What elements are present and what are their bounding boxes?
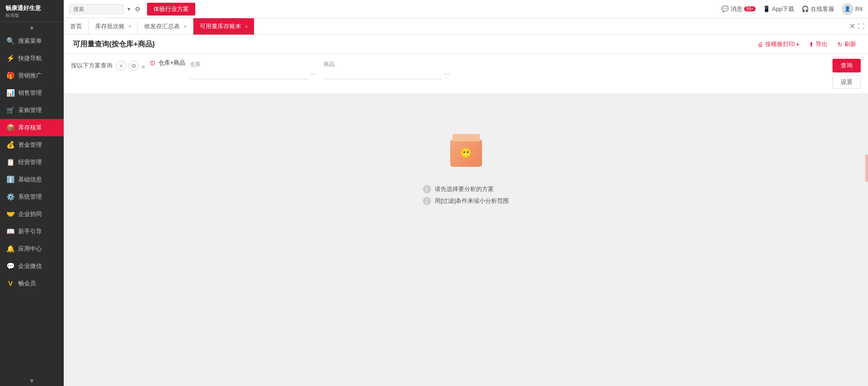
export-icon: ⬆ xyxy=(809,41,814,48)
phone-icon: 📱 xyxy=(763,5,770,12)
system-icon: ⚙️ xyxy=(6,193,15,201)
sidebar-scroll-up[interactable]: ▲ xyxy=(0,22,64,32)
message-button[interactable]: 💬 消息 99+ xyxy=(721,5,756,13)
sidebar-item-operations[interactable]: 📋 经营管理 xyxy=(0,154,64,171)
sidebar-item-app-center[interactable]: 🔔 应用中心 xyxy=(0,240,64,257)
tab-summary-label: 收发存汇总表 xyxy=(144,22,180,31)
tab-available-qty[interactable]: 可用量库存账本 × xyxy=(193,18,254,35)
empty-illustration: 😶 xyxy=(443,130,489,176)
refresh-icon: ↻ xyxy=(838,41,843,48)
sidebar-item-sales[interactable]: 📊 销售管理 xyxy=(0,84,64,102)
print-chevron-icon: ▾ xyxy=(797,42,799,47)
print-button[interactable]: 🖨 按模板打印 ▾ xyxy=(755,39,802,49)
finance-icon: 💰 xyxy=(6,141,15,149)
sidebar-scroll-down[interactable]: ▼ xyxy=(0,376,64,386)
export-button[interactable]: ⬆ 导出 xyxy=(806,39,830,49)
search-icon: 🔍 xyxy=(6,37,15,45)
trial-button[interactable]: 体验行业方案 xyxy=(147,3,195,15)
sales-icon: 📊 xyxy=(6,89,15,97)
sidebar-item-wechat[interactable]: 💬 企业微信 xyxy=(0,257,64,275)
sidebar: 畅康通好生意 标准版 ▲ 🔍 搜索菜单 ⚡ 快捷导航 🎁 营销推广 📊 销售管理… xyxy=(0,0,64,386)
hint-2-num: 2 xyxy=(423,197,431,205)
product-label: 商品 xyxy=(324,61,450,68)
app-title: 畅康通好生意 xyxy=(5,5,58,12)
empty-hint-2: 2 用[过滤]条件来缩小分析范围 xyxy=(423,197,509,205)
sidebar-item-search[interactable]: 🔍 搜索菜单 xyxy=(0,32,64,50)
tab-batch-close[interactable]: × xyxy=(128,24,131,29)
sidebar-item-purchase[interactable]: 🛒 采购管理 xyxy=(0,102,64,119)
sidebar-item-shortcuts[interactable]: ⚡ 快捷导航 xyxy=(0,50,64,67)
tab-summary[interactable]: 收发存汇总表 × xyxy=(138,18,193,35)
filter-scheme: ⊙ 仓库+商品 xyxy=(145,59,190,67)
print-icon: 🖨 xyxy=(757,41,763,48)
tab-home-label: 首页 xyxy=(70,22,82,31)
tabs-actions: ✕ ⛶ xyxy=(849,22,868,31)
empty-state: 😶 1 请先选择要分析的方案 2 用[过滤]条件来缩小分析范围 xyxy=(64,94,868,242)
basic-info-icon: ℹ️ xyxy=(6,175,15,184)
inventory-icon: 📦 xyxy=(6,124,15,132)
fullscreen-button[interactable]: ⛶ xyxy=(858,23,864,30)
topbar-right: 💬 消息 99+ 📱 App下载 🎧 在线客服 👤 Rit xyxy=(721,3,863,15)
topbar: ▾ ⚙ 体验行业方案 💬 消息 99+ 📱 App下载 🎧 在线客服 👤 Rit xyxy=(64,0,868,18)
filter-label: 按以下方案查询 xyxy=(71,59,112,70)
operations-icon: 📋 xyxy=(6,158,15,166)
page-content: 可用量查询(按仓库+商品) 🖨 按模板打印 ▾ ⬆ 导出 ↻ 刷新 按以下方案 xyxy=(64,35,868,386)
filter-field-product: 商品 ··· xyxy=(324,61,450,79)
product-more-icon[interactable]: ··· xyxy=(444,70,450,78)
sidebar-item-inventory[interactable]: 📦 库存核算 xyxy=(0,119,64,136)
app-subtitle: 标准版 xyxy=(5,12,58,19)
page-header-actions: 🖨 按模板打印 ▾ ⬆ 导出 ↻ 刷新 xyxy=(755,39,859,49)
warehouse-input-row: ··· xyxy=(190,69,316,79)
hint-1-text: 请先选择要分析的方案 xyxy=(435,185,494,193)
warehouse-input[interactable] xyxy=(190,69,308,79)
close-all-tabs-button[interactable]: ✕ xyxy=(849,22,855,31)
user-profile[interactable]: 👤 Rit xyxy=(842,3,863,15)
tab-summary-close[interactable]: × xyxy=(183,24,186,29)
filter-field-warehouse: 仓库 ··· xyxy=(190,61,316,79)
filter-add-button[interactable]: + xyxy=(116,61,126,71)
sidebar-item-member[interactable]: V 畅会员 xyxy=(0,275,64,292)
online-service-button[interactable]: 🎧 在线客服 xyxy=(802,5,834,13)
scheme-label: 仓库+商品 xyxy=(158,59,186,67)
shortcuts-icon: ⚡ xyxy=(6,54,15,62)
app-download-button[interactable]: 📱 App下载 xyxy=(763,5,794,13)
username-label: Rit xyxy=(855,5,863,12)
tab-batch-ledger[interactable]: 库存批次账 × xyxy=(89,18,138,35)
guide-icon: 📖 xyxy=(6,227,15,236)
app-center-icon: 🔔 xyxy=(6,245,15,253)
scheme-icon: ⊙ xyxy=(150,59,156,67)
settings-button[interactable]: 设置 xyxy=(832,75,861,89)
search-dropdown-icon[interactable]: ▾ xyxy=(127,6,130,12)
query-btn-area: 查询 设置 xyxy=(832,59,861,89)
purchase-icon: 🛒 xyxy=(6,106,15,114)
sidebar-logo: 畅康通好生意 标准版 xyxy=(0,0,64,22)
tabs-bar: 首页 库存批次账 × 收发存汇总表 × 可用量库存账本 × ✕ ⛶ xyxy=(64,18,868,35)
message-icon: 💬 xyxy=(721,5,729,12)
tab-home[interactable]: 首页 xyxy=(64,18,89,35)
refresh-button[interactable]: ↻ 刷新 xyxy=(835,39,859,49)
sidebar-item-basic-info[interactable]: ℹ️ 基础信息 xyxy=(0,171,64,188)
hint-1-num: 1 xyxy=(423,185,431,193)
product-input[interactable] xyxy=(324,69,442,79)
scroll-indicator[interactable] xyxy=(865,154,868,182)
filter-collapse-button[interactable]: « xyxy=(142,61,145,70)
wechat-icon: 💬 xyxy=(6,262,15,270)
settings-icon[interactable]: ⚙ xyxy=(135,5,141,13)
sidebar-nav: 🔍 搜索菜单 ⚡ 快捷导航 🎁 营销推广 📊 销售管理 🛒 采购管理 📦 库存核… xyxy=(0,32,64,376)
message-badge: 99+ xyxy=(744,6,756,11)
sidebar-item-marketing[interactable]: 🎁 营销推广 xyxy=(0,67,64,84)
filter-settings-button[interactable]: ⚙ xyxy=(129,61,139,71)
sidebar-item-collaboration[interactable]: 🤝 企业协同 xyxy=(0,206,64,223)
sidebar-item-guide[interactable]: 📖 新手引导 xyxy=(0,223,64,240)
avatar: 👤 xyxy=(842,3,853,15)
query-button[interactable]: 查询 xyxy=(832,59,861,72)
sidebar-item-finance[interactable]: 💰 资金管理 xyxy=(0,136,64,154)
warehouse-label: 仓库 xyxy=(190,61,316,68)
sidebar-item-system[interactable]: ⚙️ 系统管理 xyxy=(0,188,64,206)
empty-box-graphic: 😶 xyxy=(450,139,482,167)
tab-available-qty-label: 可用量库存账本 xyxy=(200,22,241,31)
warehouse-more-icon[interactable]: ··· xyxy=(310,70,316,78)
search-input[interactable] xyxy=(69,4,124,14)
tab-available-qty-close[interactable]: × xyxy=(245,24,248,29)
filter-panel: 按以下方案查询 + ⚙ « ⊙ 仓库+商品 仓库 ··· 商品 xyxy=(64,54,868,94)
